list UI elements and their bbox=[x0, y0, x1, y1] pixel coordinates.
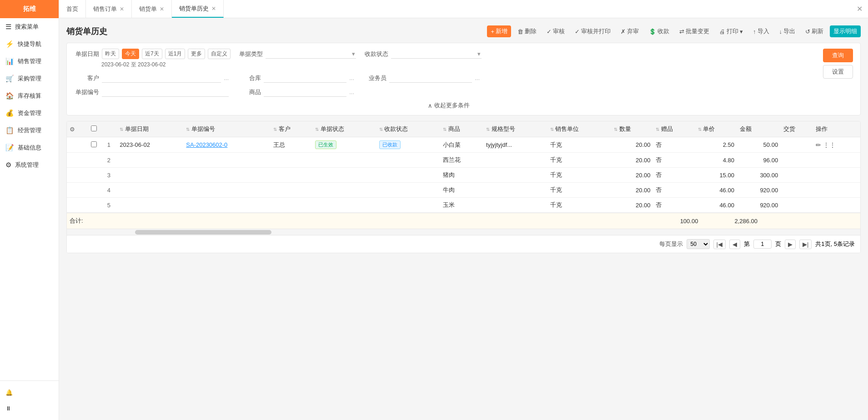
date-today-btn[interactable]: 今天 bbox=[122, 49, 139, 59]
warehouse-dots[interactable]: ... bbox=[349, 75, 354, 81]
col-payment-status[interactable]: ⇅ 收款状态 bbox=[376, 121, 441, 137]
row-checkbox[interactable] bbox=[91, 141, 97, 147]
new-button[interactable]: + 新增 bbox=[487, 25, 511, 37]
tab-sales-delivery[interactable]: 销货单 ✕ bbox=[132, 0, 172, 18]
col-gift[interactable]: ⇅ 赠品 bbox=[653, 121, 695, 137]
cell-gear bbox=[67, 183, 87, 198]
filter-actions: 查询 设置 bbox=[823, 49, 853, 79]
cell-goods: 玉米 bbox=[440, 198, 483, 213]
sidebar-item-basic-info[interactable]: 📝 基础信息 bbox=[0, 139, 59, 156]
horizontal-scrollbar[interactable] bbox=[67, 229, 860, 235]
abandon-button[interactable]: ✗ 弃审 bbox=[617, 25, 642, 37]
staff-input[interactable] bbox=[389, 73, 472, 83]
payment-status-select[interactable] bbox=[391, 49, 482, 58]
sidebar-item-search-menu[interactable]: ☰ 搜索菜单 bbox=[0, 18, 59, 35]
col-spec[interactable]: ⇅ 规格型号 bbox=[483, 121, 547, 137]
cell-spec bbox=[483, 168, 547, 183]
import-button[interactable]: ↑ 导入 bbox=[749, 25, 773, 37]
date-custom-btn[interactable]: 自定义 bbox=[208, 49, 231, 59]
date-yesterday-btn[interactable]: 昨天 bbox=[102, 49, 119, 59]
col-doc-no[interactable]: ⇅ 单据编号 bbox=[183, 121, 271, 137]
select-all-checkbox[interactable] bbox=[91, 125, 97, 131]
close-sales-order-tab[interactable]: ✕ bbox=[120, 6, 124, 12]
customer-dots[interactable]: ... bbox=[224, 75, 229, 81]
cell-doc-no bbox=[183, 198, 271, 213]
goods-input[interactable] bbox=[264, 87, 346, 97]
cell-gear bbox=[67, 153, 87, 168]
col-doc-status[interactable]: ⇅ 单据状态 bbox=[312, 121, 376, 137]
audit-button[interactable]: ✓ 审核 bbox=[543, 25, 568, 37]
show-detail-button[interactable]: 显示明细 bbox=[830, 25, 861, 37]
col-unit-price[interactable]: ⇅ 单价 bbox=[695, 121, 737, 137]
date-7days-btn[interactable]: 近7天 bbox=[142, 49, 162, 59]
cell-doc-date bbox=[117, 168, 183, 183]
sidebar-notification[interactable]: 🔔 bbox=[0, 385, 59, 400]
cell-unit: 千克 bbox=[547, 137, 612, 153]
cell-doc-status bbox=[312, 168, 376, 183]
cell-unit: 千克 bbox=[547, 153, 612, 168]
collapse-icon: ∧ bbox=[428, 102, 432, 109]
export-button[interactable]: ↓ 导出 bbox=[776, 25, 799, 37]
first-page-button[interactable]: |◀ bbox=[713, 240, 726, 249]
collapse-button[interactable]: ∧ 收起更多条件 bbox=[428, 101, 470, 110]
more-icon[interactable]: ⋮⋮ bbox=[823, 141, 836, 149]
sidebar-item-system-mgmt[interactable]: ⚙ 系统管理 bbox=[0, 156, 59, 174]
cell-doc-date: 2023-06-02 bbox=[117, 137, 183, 153]
total-info: 共1页, 5条记录 bbox=[815, 240, 855, 248]
warehouse-input[interactable] bbox=[264, 73, 346, 83]
last-page-button[interactable]: ▶| bbox=[799, 240, 812, 249]
sidebar-item-operation[interactable]: 📋 经营管理 bbox=[0, 122, 59, 139]
goods-dots[interactable]: ... bbox=[349, 89, 354, 95]
query-button[interactable]: 查询 bbox=[823, 49, 853, 62]
cell-action bbox=[813, 153, 860, 168]
scrollbar-thumb[interactable] bbox=[135, 230, 271, 235]
abandon-icon: ✗ bbox=[621, 28, 626, 35]
date-more-btn[interactable]: 更多 bbox=[188, 49, 205, 59]
sidebar-item-quick-nav[interactable]: ⚡ 快捷导航 bbox=[0, 35, 59, 53]
cell-doc-no bbox=[183, 153, 271, 168]
audit-print-button[interactable]: ✓ 审核并打印 bbox=[571, 25, 614, 37]
filter-panel: 单据日期 昨天 今天 近7天 近1月 更多 自定义 bbox=[66, 43, 861, 115]
tab-home[interactable]: 首页 bbox=[59, 0, 86, 18]
page-size-select[interactable]: 20 50 100 200 bbox=[687, 239, 710, 249]
col-gear[interactable]: ⚙ bbox=[67, 121, 87, 137]
tab-sales-order[interactable]: 销售订单 ✕ bbox=[86, 0, 132, 18]
close-sales-history-tab[interactable]: ✕ bbox=[211, 5, 216, 12]
cell-quantity: 20.00 bbox=[611, 153, 653, 168]
batch-change-button[interactable]: ⇄ 批量变更 bbox=[676, 25, 713, 37]
collect-button[interactable]: 💲 收款 bbox=[645, 25, 673, 37]
tab-sales-history[interactable]: 销货单历史 ✕ bbox=[172, 0, 224, 18]
page-number-input[interactable] bbox=[753, 240, 772, 249]
window-close-button[interactable]: ✕ bbox=[851, 5, 868, 13]
print-button[interactable]: 🖨 打印 ▾ bbox=[716, 25, 747, 37]
staff-dots[interactable]: ... bbox=[475, 75, 480, 81]
cell-goods: 西兰花 bbox=[440, 153, 483, 168]
col-customer[interactable]: ⇅ 客户 bbox=[271, 121, 312, 137]
sidebar-item-purchase-mgmt[interactable]: 🛒 采购管理 bbox=[0, 70, 59, 87]
sidebar-pause[interactable]: ⏸ bbox=[0, 400, 59, 416]
cell-checkbox bbox=[87, 153, 101, 168]
col-goods[interactable]: ⇅ 商品 bbox=[440, 121, 483, 137]
date-1month-btn[interactable]: 近1月 bbox=[165, 49, 186, 59]
doc-no-link[interactable]: SA-20230602-0 bbox=[186, 141, 227, 148]
refresh-icon: ↺ bbox=[805, 28, 810, 35]
refresh-button[interactable]: ↺ 刷新 bbox=[802, 25, 827, 37]
close-sales-delivery-tab[interactable]: ✕ bbox=[160, 6, 164, 12]
cell-gear bbox=[67, 168, 87, 183]
col-quantity[interactable]: ⇅ 数量 bbox=[611, 121, 653, 137]
prev-page-button[interactable]: ◀ bbox=[729, 240, 740, 249]
col-doc-date[interactable]: ⇅ 单据日期 bbox=[117, 121, 183, 137]
next-page-button[interactable]: ▶ bbox=[785, 240, 796, 249]
cell-rownum: 5 bbox=[101, 198, 117, 213]
sidebar-item-finance[interactable]: 💰 资金管理 bbox=[0, 105, 59, 122]
delete-button[interactable]: 🗑 删除 bbox=[514, 25, 540, 37]
doc-no-input[interactable] bbox=[102, 87, 229, 97]
set-button[interactable]: 设置 bbox=[823, 65, 853, 79]
cell-transaction bbox=[781, 198, 813, 213]
sidebar-item-sales-mgmt[interactable]: 📊 销售管理 bbox=[0, 53, 59, 70]
doc-type-select[interactable] bbox=[266, 49, 356, 58]
customer-input[interactable] bbox=[102, 73, 221, 83]
sidebar-item-inventory[interactable]: 🏠 库存核算 bbox=[0, 87, 59, 105]
col-unit[interactable]: ⇅ 销售单位 bbox=[547, 121, 612, 137]
edit-icon[interactable]: ✏ bbox=[816, 141, 821, 149]
